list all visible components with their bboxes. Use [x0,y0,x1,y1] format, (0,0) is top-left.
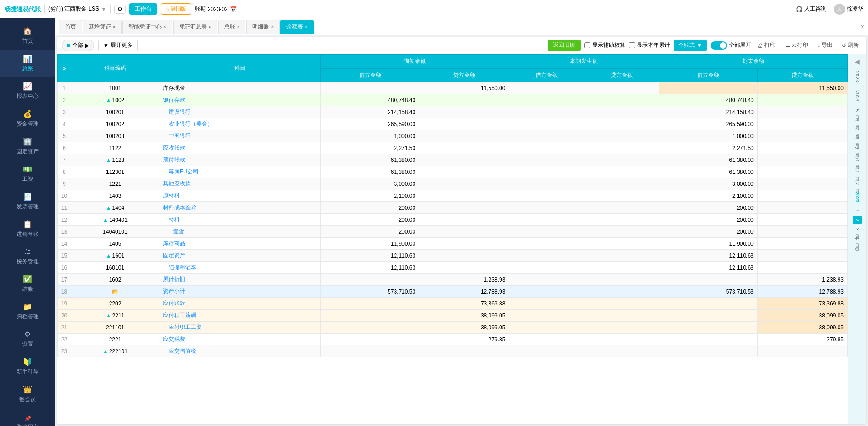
account-link[interactable]: 应交税费 [163,336,185,342]
account-name[interactable]: 固定资产 [159,250,321,262]
account-link[interactable]: 固定资产 [163,252,185,259]
tab-voucher-summary-close[interactable]: × [209,24,211,29]
assist-checkbox[interactable] [584,42,590,48]
account-name[interactable]: 壹蛋 [159,226,321,238]
sidebar-item-ledger[interactable]: 📊 总账 [0,50,55,77]
sidebar-item-funds[interactable]: 💰 资金管理 [0,105,55,132]
expand-icon[interactable]: ▲ [106,312,111,319]
rp-month-7[interactable]: 7月 [853,125,862,133]
tab-smart-voucher-close[interactable]: × [163,24,166,29]
consult-button[interactable]: 🎧 人工咨询 [796,5,827,13]
user-menu[interactable]: 人 徐凌华 [834,4,863,15]
sidebar-item-settings[interactable]: ⚙ 设置 [0,325,55,353]
rp-month-10[interactable]: 10月 [853,153,862,164]
account-name[interactable]: 应付职工薪酬 [159,310,321,322]
account-name[interactable]: 库存商品 [159,238,321,250]
company-selector[interactable]: (劣前) 江西股金-LSS ▼ [44,4,111,14]
print-button[interactable]: 🖨 打印 [755,40,778,51]
rp-month-2[interactable]: 2月 [853,216,862,224]
account-name[interactable]: 累计折旧 [159,274,321,286]
account-name[interactable]: 陆提墨记本 [159,262,321,274]
expand-more-button[interactable]: ▼ 展开更多 [98,40,138,51]
account-link[interactable]: 应收账款 [163,144,185,151]
rp-year-2023-2[interactable]: 2023. [854,87,861,106]
account-link[interactable]: 银行存款 [163,97,185,103]
filter-button[interactable]: 全部 ▶ [62,40,94,51]
tab-home[interactable]: 首页 [59,20,82,34]
account-name[interactable]: 银行存款 [159,94,321,106]
account-link[interactable]: 应交增值税 [169,348,196,354]
account-link[interactable]: 应付账款 [163,300,185,306]
sidebar-item-guide[interactable]: 🔰 新手引导 [0,353,55,380]
calendar-icon[interactable]: 📅 [230,6,237,12]
sidebar-item-assets[interactable]: 🏢 固定资产 [0,132,55,160]
tab-general-ledger-close[interactable]: × [237,24,240,29]
account-link[interactable]: 库存商品 [163,240,185,247]
rp-month-8[interactable]: 8月 [853,134,862,142]
account-name[interactable]: 中国银行 [159,130,321,142]
account-name[interactable]: 应交税费 [159,334,321,345]
account-name[interactable]: 预付账款 [159,154,321,166]
rp-month-1[interactable]: 1月 [853,207,862,215]
tab-balance-sheet-close[interactable]: × [305,24,308,29]
rp-month-4[interactable]: 4月 [853,234,862,242]
account-name[interactable]: 应付账款 [159,298,321,310]
account-name[interactable]: 材料 [159,214,321,226]
sidebar-item-invoices[interactable]: 🧾 发票管理 [0,188,55,215]
account-link[interactable]: 陆提墨记本 [169,264,196,271]
rp-month-6[interactable]: 6月 [853,115,862,124]
sidebar-item-archive[interactable]: 📁 归档管理 [0,298,55,325]
account-link[interactable]: 壹蛋 [173,228,184,235]
account-name[interactable]: 材料成本差异 [159,202,321,214]
account-name[interactable]: 应交增值税 [159,345,321,357]
account-link[interactable]: 材料 [169,216,180,223]
rp-month-9[interactable]: 9月 [853,144,862,152]
account-link[interactable]: 累计折旧 [163,276,185,282]
right-panel-expand-icon[interactable]: ◀ [853,56,862,67]
rp-month-11[interactable]: 11月 [853,165,862,176]
right-panel-settings-icon[interactable]: ⚙ [852,243,862,254]
account-name[interactable]: 农业银行（美金） [159,118,321,130]
fullmode-button[interactable]: 全账式 ▼ [674,40,707,51]
rp-year-2023-current[interactable]: 2023 [854,189,861,205]
account-link[interactable]: 预付账款 [163,156,185,163]
expand-all-toggle[interactable] [711,41,727,50]
account-link[interactable]: 材料成本差异 [163,204,196,211]
tab-new-voucher[interactable]: 新增凭证 × [83,20,122,34]
tab-detail-account-close[interactable]: × [271,24,274,29]
account-link[interactable]: 毒属EU公司 [169,168,198,175]
sidebar-item-tax[interactable]: 🗂 税务管理 [0,243,55,270]
sidebar-item-reports[interactable]: 📈 报表中心 [0,77,55,105]
close-all-tabs-button[interactable]: × [861,23,864,30]
expand-icon[interactable]: ▲ [106,157,111,163]
account-name[interactable]: 建设银行 [159,106,321,118]
account-link[interactable]: 其他应收款 [163,180,191,187]
rp-month-12[interactable]: 12月 [853,177,862,188]
account-link[interactable]: 应付职工薪酬 [163,312,196,318]
unpin-button[interactable]: 📌 取消固定 [0,412,55,426]
workbench-button[interactable]: 工作台 [129,3,157,15]
account-name[interactable]: 其他应收款 [159,178,321,190]
tab-new-voucher-close[interactable]: × [113,24,116,29]
expand-icon[interactable]: ▲ [106,205,111,211]
sidebar-item-sales[interactable]: 📋 进销台账 [0,215,55,243]
tab-balance-sheet[interactable]: 余额表 × [280,20,314,34]
account-link[interactable]: 应付职工工资 [169,324,202,330]
sidebar-item-close[interactable]: ✅ 结账 [0,270,55,298]
sidebar-item-wages[interactable]: 💵 工资 [0,160,55,188]
account-link[interactable]: 中国银行 [169,132,191,139]
account-link[interactable]: 建设银行 [169,109,191,115]
sidebar-item-member[interactable]: 👑 畅会员 [0,380,55,408]
account-name[interactable]: 原材料 [159,190,321,202]
return-old-button[interactable]: 返回旧版 [548,40,581,51]
switch-old-button[interactable]: 切到旧版 [161,3,191,15]
company-settings-button[interactable]: ⚙ [114,5,126,14]
refresh-button[interactable]: ↺ 刷新 [839,40,862,51]
account-link[interactable]: 原材料 [163,192,180,199]
expand-icon[interactable]: ▲ [103,348,108,355]
year-checkbox[interactable] [629,42,635,48]
expand-icon[interactable]: ▲ [106,97,111,104]
account-name[interactable]: 应付职工工资 [159,322,321,334]
cloud-print-button[interactable]: ☁ 云打印 [782,40,811,51]
rp-month-5[interactable]: 5月 [853,106,862,115]
